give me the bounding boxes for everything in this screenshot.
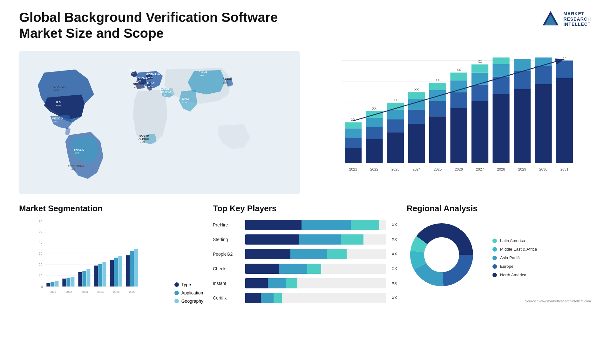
svg-rect-73 bbox=[451, 72, 467, 80]
svg-rect-137 bbox=[126, 255, 130, 286]
logo-line2: RESEARCH bbox=[563, 17, 591, 22]
app-label: Application bbox=[181, 290, 203, 295]
svg-rect-52 bbox=[387, 132, 404, 163]
player-row: Instant XX bbox=[213, 278, 397, 288]
bar-seg1 bbox=[245, 249, 290, 259]
logo-box: MARKET RESEARCH INTELLECT bbox=[541, 10, 591, 29]
svg-rect-40 bbox=[345, 148, 362, 163]
bottom-grid: Market Segmentation 0 10 20 30 40 50 60 bbox=[19, 204, 591, 304]
svg-rect-64 bbox=[429, 116, 446, 163]
svg-text:20: 20 bbox=[39, 263, 43, 266]
bar-seg3 bbox=[351, 220, 379, 230]
player-bar-certifix bbox=[245, 293, 386, 303]
player-xx: XX bbox=[392, 266, 397, 271]
svg-text:XX: XX bbox=[372, 107, 376, 110]
svg-rect-126 bbox=[82, 271, 86, 286]
svg-text:10: 10 bbox=[39, 274, 43, 278]
svg-text:SPAIN: SPAIN bbox=[133, 83, 141, 86]
svg-rect-58 bbox=[408, 124, 425, 163]
svg-rect-84 bbox=[493, 64, 510, 77]
page-container: Global Background Verification Software … bbox=[0, 0, 610, 364]
svg-rect-71 bbox=[451, 92, 467, 108]
geo-label: Geography bbox=[181, 299, 203, 304]
svg-text:2031: 2031 bbox=[560, 167, 568, 171]
svg-rect-127 bbox=[86, 269, 90, 286]
svg-rect-122 bbox=[66, 278, 70, 286]
type-dot bbox=[174, 282, 179, 287]
page-title: Global Background Verification Software … bbox=[19, 10, 305, 42]
svg-text:2029: 2029 bbox=[518, 167, 526, 171]
svg-rect-47 bbox=[366, 127, 383, 139]
svg-text:2024: 2024 bbox=[97, 290, 104, 293]
player-xx: XX bbox=[392, 252, 397, 256]
svg-rect-77 bbox=[471, 84, 488, 101]
svg-text:XX: XX bbox=[457, 68, 461, 72]
na-dot bbox=[492, 273, 497, 277]
mea-dot bbox=[492, 247, 497, 252]
players-chart: PreHire XX Sterling XX bbox=[213, 220, 397, 303]
svg-rect-119 bbox=[55, 281, 58, 286]
svg-rect-93 bbox=[535, 84, 552, 163]
svg-text:xx%: xx% bbox=[140, 141, 145, 144]
svg-text:SOUTH: SOUTH bbox=[139, 134, 149, 137]
svg-text:2026: 2026 bbox=[129, 290, 135, 293]
player-xx: XX bbox=[392, 295, 397, 300]
regional-title: Regional Analysis bbox=[407, 204, 591, 213]
svg-text:2022: 2022 bbox=[65, 290, 72, 293]
svg-text:0: 0 bbox=[41, 285, 43, 289]
svg-text:xx%: xx% bbox=[53, 120, 58, 123]
segmentation-title: Market Segmentation bbox=[19, 204, 203, 213]
svg-rect-130 bbox=[98, 264, 102, 286]
player-bar-peopleg2 bbox=[245, 249, 386, 259]
svg-text:GERMANY: GERMANY bbox=[146, 72, 160, 76]
svg-rect-43 bbox=[345, 122, 362, 128]
svg-rect-118 bbox=[51, 282, 54, 286]
regional-item-latin: Latin America bbox=[492, 238, 537, 243]
svg-rect-117 bbox=[46, 283, 50, 286]
svg-text:U.K.: U.K. bbox=[130, 69, 136, 72]
svg-text:BRAZIL: BRAZIL bbox=[74, 148, 84, 151]
player-xx: XX bbox=[392, 222, 397, 227]
svg-rect-65 bbox=[429, 101, 446, 117]
player-bar-instant bbox=[245, 278, 386, 288]
svg-rect-134 bbox=[114, 258, 118, 286]
player-row: PreHire XX bbox=[213, 220, 397, 230]
logo-text: MARKET RESEARCH INTELLECT bbox=[563, 11, 591, 27]
regional-item-mea: Middle East & Africa bbox=[492, 247, 537, 252]
svg-text:xx%: xx% bbox=[161, 94, 166, 97]
mea-label: Middle East & Africa bbox=[500, 247, 537, 252]
legend-geography: Geography bbox=[174, 299, 203, 304]
bar-seg1 bbox=[245, 278, 268, 288]
latin-dot bbox=[492, 239, 497, 243]
svg-text:xx%: xx% bbox=[54, 88, 59, 91]
svg-rect-95 bbox=[535, 57, 552, 66]
regional-section: Regional Analysis bbox=[407, 204, 591, 304]
svg-rect-76 bbox=[471, 101, 488, 163]
latin-label: Latin America bbox=[500, 238, 525, 243]
world-map: CANADA xx% U.S. xx% MEXICO xx% BRAZIL xx… bbox=[19, 51, 300, 194]
svg-rect-67 bbox=[429, 83, 446, 90]
svg-text:CANADA: CANADA bbox=[53, 85, 66, 88]
svg-text:SAUDI: SAUDI bbox=[160, 87, 169, 91]
map-section: CANADA xx% U.S. xx% MEXICO xx% BRAZIL xx… bbox=[19, 51, 300, 194]
svg-text:2023: 2023 bbox=[391, 167, 399, 171]
svg-text:AFRICA: AFRICA bbox=[139, 137, 149, 140]
bar-seg2 bbox=[302, 220, 351, 230]
player-name: Certifix bbox=[213, 295, 241, 300]
player-row: PeopleG2 XX bbox=[213, 249, 397, 259]
regional-item-apac: Asia Pacific bbox=[492, 255, 537, 260]
player-name: Instant bbox=[213, 281, 241, 286]
svg-text:U.S.: U.S. bbox=[56, 101, 61, 104]
chart-section: XX 2021 XX 2022 XX 2023 bbox=[310, 51, 591, 194]
svg-text:2021: 2021 bbox=[349, 167, 357, 171]
player-name: Sterling bbox=[213, 237, 241, 242]
svg-text:2028: 2028 bbox=[497, 167, 505, 171]
svg-rect-78 bbox=[471, 72, 488, 84]
bar-seg2 bbox=[290, 249, 327, 259]
bar-seg1 bbox=[245, 264, 279, 274]
apac-label: Asia Pacific bbox=[500, 255, 521, 260]
header: Global Background Verification Software … bbox=[19, 10, 591, 42]
svg-text:ITALY: ITALY bbox=[147, 81, 155, 84]
segmentation-chart: 0 10 20 30 40 50 60 bbox=[19, 220, 162, 302]
svg-text:40: 40 bbox=[39, 241, 43, 244]
